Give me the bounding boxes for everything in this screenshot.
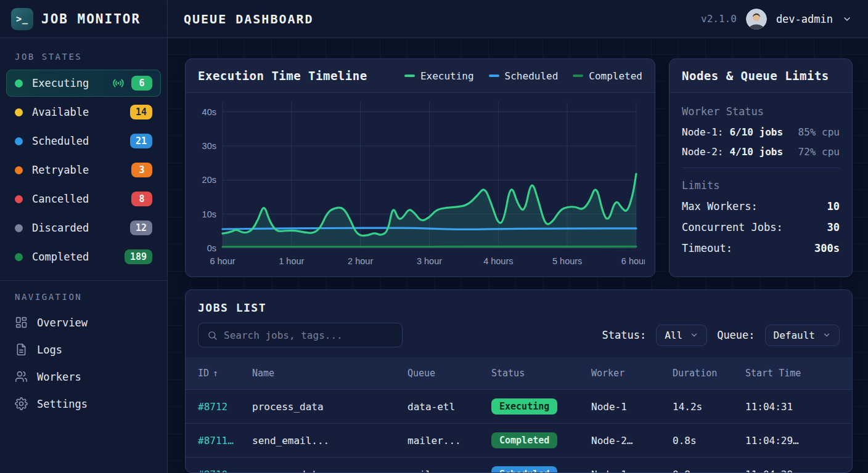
job-start-cell: 11:04:31: [745, 390, 852, 424]
svg-text:40s: 40s: [202, 107, 216, 117]
state-count-badge: 21: [130, 134, 152, 148]
limit-row: Concurrent Jobs: 30: [682, 221, 840, 233]
job-duration-cell: 0.8s: [673, 458, 745, 473]
legend-item: Executing: [404, 70, 474, 82]
job-id-link[interactable]: #8712: [198, 401, 227, 413]
brand: >_ JOB MONITOR: [0, 0, 168, 38]
column-header: Start Time: [745, 357, 852, 390]
table-row[interactable]: #8710 process_data mailer Scheduled Node…: [186, 458, 852, 473]
job-states-heading: JOB STATES: [0, 52, 167, 68]
state-dot-icon: [15, 253, 23, 261]
worker-status-heading: Worker Status: [682, 105, 840, 118]
sidebar-state-item[interactable]: Discarded 12: [6, 214, 161, 241]
sort-ascending-icon[interactable]: ↑: [213, 368, 218, 379]
state-dot-icon: [15, 195, 23, 203]
queue-filter-label: Queue:: [717, 329, 755, 341]
sidebar-nav-item[interactable]: Settings: [6, 391, 161, 416]
column-header: Name: [252, 357, 407, 390]
avatar[interactable]: [746, 9, 767, 30]
overview-grid-icon: [15, 316, 28, 329]
legend-dash-icon: [573, 75, 583, 77]
column-header: Duration: [673, 357, 745, 390]
state-count-badge: 12: [130, 220, 152, 235]
job-worker-cell: Node-1: [591, 458, 673, 473]
limit-row: Timeout: 300s: [682, 242, 840, 254]
table-row[interactable]: #8712 process_data data-etl Executing No…: [186, 390, 852, 424]
sidebar-state-item[interactable]: Executing 6: [6, 70, 161, 97]
sidebar-nav-item[interactable]: Logs: [6, 337, 161, 362]
state-count-badge: 3: [131, 163, 152, 177]
state-count-badge: 8: [131, 192, 152, 206]
user-menu-label[interactable]: dev-admin: [776, 13, 833, 25]
sidebar-state-item[interactable]: Retryable 3: [6, 156, 161, 184]
status-select-value: All: [665, 329, 682, 341]
state-dot-icon: [15, 108, 23, 116]
status-badge: Scheduled: [491, 466, 557, 473]
state-count-badge: 14: [130, 105, 152, 119]
svg-text:6 hours: 6 hours: [621, 256, 645, 266]
column-header: Status: [491, 357, 591, 390]
worker-status-row: Node-1: 6/10 jobs 85% cpu: [682, 126, 840, 138]
search-input[interactable]: [224, 329, 393, 341]
chevron-down-icon: [690, 331, 698, 339]
topbar: >_ JOB MONITOR QUEUE DASHBOARD v2.1.0 de…: [0, 0, 868, 38]
svg-text:1 hour: 1 hour: [279, 256, 304, 266]
state-dot-icon: [15, 166, 23, 174]
sidebar-state-item[interactable]: Cancelled 8: [6, 185, 161, 212]
state-count-badge: 189: [125, 249, 152, 264]
logs-file-icon: [15, 343, 28, 356]
column-header[interactable]: ID↑: [186, 357, 252, 390]
legend-item: Scheduled: [489, 70, 559, 82]
job-id-link[interactable]: #8710: [198, 469, 227, 473]
state-count-badge: 6: [131, 76, 152, 91]
table-header-row: ID↑NameQueueStatusWorkerDurationStart Ti…: [186, 357, 852, 390]
queue-select-value: Default: [774, 329, 815, 341]
job-queue-cell: data-etl: [407, 390, 491, 424]
legend-item: Completed: [573, 70, 642, 82]
chart-title: Execution Time Timeline: [198, 69, 367, 83]
search-box[interactable]: [198, 323, 403, 347]
table-row[interactable]: #8711… send_email... mailer... Completed…: [186, 424, 852, 458]
app-title: JOB MONITOR: [41, 12, 141, 26]
main-content: Execution Time Timeline ExecutingSchedul…: [168, 38, 868, 473]
limit-row: Max Workers: 10: [682, 200, 840, 212]
svg-text:6 hour: 6 hour: [210, 256, 235, 266]
job-states-list: Executing 6 Available 14 Scheduled 21 Re…: [0, 70, 167, 270]
job-queue-cell: mailer...: [407, 424, 491, 458]
job-worker-cell: Node-2…: [591, 424, 673, 458]
nodes-panel-title: Nodes & Queue Limits: [682, 69, 829, 83]
navigation-list: Overview Logs Workers Settings: [0, 310, 167, 416]
svg-text:10s: 10s: [202, 209, 216, 219]
sidebar: JOB STATES Executing 6 Available 14 Sche…: [0, 38, 168, 473]
jobs-table: ID↑NameQueueStatusWorkerDurationStart Ti…: [186, 357, 852, 473]
worker-status-row: Node-2: 4/10 jobs 72% cpu: [682, 146, 840, 158]
svg-text:30s: 30s: [202, 141, 216, 151]
timeline-chart: 0s10s20s30s40s6 hour1 hour2 hour3 hour4 …: [194, 95, 645, 274]
workers-users-icon: [15, 370, 28, 383]
status-filter-label: Status:: [602, 329, 647, 341]
sidebar-nav-item[interactable]: Workers: [6, 364, 161, 389]
state-dot-icon: [15, 79, 23, 87]
jobs-panel: JOBS LIST Status: All Queue: Default: [185, 289, 853, 473]
terminal-logo-icon: >_: [11, 8, 33, 30]
chevron-down-icon[interactable]: [842, 14, 852, 24]
status-select[interactable]: All: [656, 325, 707, 346]
job-id-link[interactable]: #8711…: [198, 435, 234, 447]
legend-dash-icon: [489, 75, 499, 77]
job-worker-cell: Node-1: [591, 390, 673, 424]
sidebar-state-item[interactable]: Completed 189: [6, 243, 161, 270]
sidebar-state-item[interactable]: Scheduled 21: [6, 127, 161, 155]
sidebar-nav-item[interactable]: Overview: [6, 310, 161, 335]
chevron-down-icon: [822, 331, 831, 339]
job-start-cell: 11:04:29…: [745, 424, 852, 458]
svg-text:2 hour: 2 hour: [348, 256, 373, 266]
queue-select[interactable]: Default: [765, 325, 840, 346]
limits-heading: Limits: [682, 179, 840, 192]
job-start-cell: 11:04:29: [745, 458, 852, 473]
version-label: v2.1.0: [701, 13, 737, 25]
status-badge: Completed: [491, 432, 557, 448]
job-duration-cell: 14.2s: [673, 390, 745, 424]
jobs-list-title: JOBS LIST: [186, 290, 852, 314]
sidebar-state-item[interactable]: Available 14: [6, 99, 161, 126]
state-dot-icon: [15, 224, 23, 232]
